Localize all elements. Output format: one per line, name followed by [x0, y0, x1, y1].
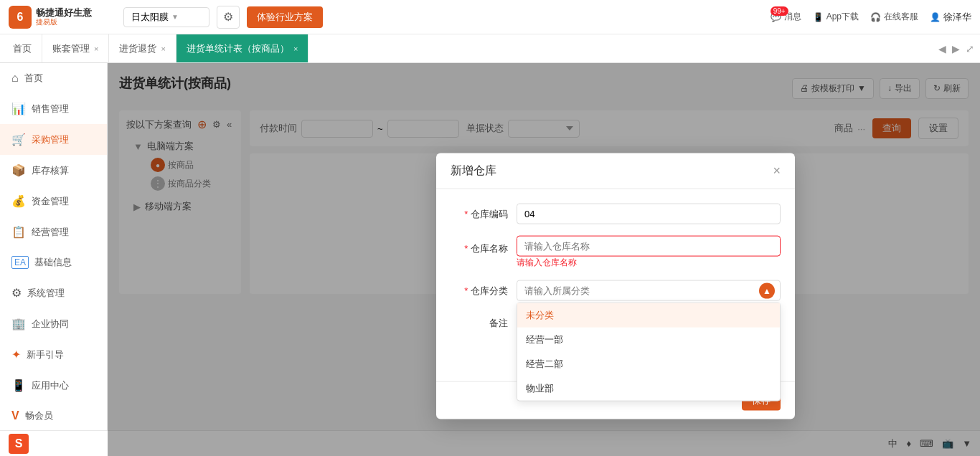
purchase-icon: 🛒	[11, 133, 26, 146]
store-selector[interactable]: 日太阳膜 ▼	[123, 7, 209, 27]
code-input[interactable]	[517, 204, 781, 224]
sidebar-item-finance-label: 资金管理	[32, 195, 69, 208]
tab-account-close-icon[interactable]: ×	[94, 44, 98, 53]
service-label: 在线客服	[884, 11, 918, 23]
sidebar-item-inventory[interactable]: 📦 库存核算	[0, 155, 107, 186]
form-row-name: 仓库名称 请输入仓库名称	[451, 236, 781, 269]
tab-prev-icon[interactable]: ◀	[938, 43, 946, 54]
sidebar-item-purchase[interactable]: 🛒 采购管理	[0, 124, 107, 155]
tab-nav-actions: ◀ ▶ ⤢	[933, 34, 980, 62]
settings-button[interactable]: ⚙	[217, 6, 240, 29]
tab-purchase-return-close-icon[interactable]: ×	[161, 44, 165, 53]
sidebar-item-sales-label: 销售管理	[32, 103, 69, 115]
message-badge: 99+	[771, 6, 788, 16]
tab-home[interactable]: 首页	[3, 34, 42, 62]
store-name: 日太阳膜	[131, 11, 169, 24]
form-row-category: 仓库分类 ▲ 未分类 经营一部 经营二部 物业部	[451, 280, 781, 301]
sidebar-item-ops-label: 经营管理	[32, 226, 69, 239]
home-icon: ⌂	[11, 72, 19, 85]
name-input[interactable]	[517, 236, 781, 257]
add-warehouse-modal: 新增仓库 × 仓库编码 仓库名称 请输入仓库名称	[436, 153, 795, 419]
header-right: 💬 99+ 消息 📱 App下载 🎧 在线客服 👤 徐泽华	[771, 11, 971, 24]
dropdown-arrow-icon[interactable]: ▲	[759, 282, 775, 298]
logo-icon: 6	[9, 6, 32, 29]
user-name: 徐泽华	[943, 11, 971, 24]
bottom-logo: S	[9, 434, 29, 454]
user-action[interactable]: 👤 徐泽华	[930, 11, 971, 24]
sidebar-item-apps-label: 应用中心	[32, 379, 69, 392]
main-layout: ⌂ 首页 📊 销售管理 🛒 采购管理 📦 库存核算 💰 资金管理 📋 经营管理 …	[0, 63, 980, 456]
category-input[interactable]	[517, 280, 781, 301]
dropdown-option-dept1[interactable]: 经营一部	[517, 328, 780, 352]
sidebar-item-sales[interactable]: 📊 销售管理	[0, 93, 107, 124]
sidebar: ⌂ 首页 📊 销售管理 🛒 采购管理 📦 库存核算 💰 资金管理 📋 经营管理 …	[0, 63, 108, 456]
sidebar-item-guide-label: 新手引导	[27, 348, 64, 361]
sidebar-item-system-label: 系统管理	[27, 287, 65, 300]
dropdown-option-dept3[interactable]: 物业部	[517, 376, 780, 401]
category-label: 仓库分类	[451, 280, 508, 298]
enterprise-icon: 🏢	[11, 317, 26, 331]
dropdown-list: 未分类 经营一部 经营二部 物业部	[517, 303, 781, 402]
top-header: 6 畅捷通好生意 捷易版 日太阳膜 ▼ ⚙ 体验行业方案 💬 99+ 消息 📱 …	[0, 0, 980, 34]
guide-icon: ✦	[11, 348, 21, 361]
sidebar-item-apps[interactable]: 📱 应用中心	[0, 370, 107, 401]
name-error-msg: 请输入仓库名称	[517, 257, 577, 267]
sidebar-item-home-label: 首页	[24, 72, 43, 85]
note-label: 备注	[451, 313, 508, 330]
tab-expand-icon[interactable]: ⤢	[966, 43, 974, 54]
app-icon: 📱	[813, 12, 824, 22]
trial-button[interactable]: 体验行业方案	[247, 6, 323, 28]
tab-home-label: 首页	[13, 42, 32, 55]
ops-icon: 📋	[11, 225, 26, 239]
modal-body: 仓库编码 仓库名称 请输入仓库名称 仓库分类	[436, 189, 795, 381]
tab-purchase-return[interactable]: 进货退货 ×	[109, 34, 176, 62]
modal-header: 新增仓库 ×	[436, 153, 795, 189]
modal-close-button[interactable]: ×	[773, 163, 781, 179]
apps-icon: 📱	[11, 379, 26, 392]
tab-bar: 首页 账套管理 × 进货退货 × 进货单统计表（按商品） × ◀ ▶ ⤢	[0, 34, 980, 63]
sidebar-item-home[interactable]: ⌂ 首页	[0, 63, 107, 93]
sidebar-item-guide[interactable]: ✦ 新手引导	[0, 339, 107, 370]
sidebar-item-ops[interactable]: 📋 经营管理	[0, 217, 107, 247]
modal-title: 新增仓库	[451, 163, 496, 179]
code-label: 仓库编码	[451, 204, 508, 221]
sidebar-item-enterprise[interactable]: 🏢 企业协同	[0, 308, 107, 339]
bottom-s-logo: S	[9, 434, 29, 454]
logo-main-text: 畅捷通好生意	[36, 7, 92, 19]
tab-purchase-stat[interactable]: 进货单统计表（按商品） ×	[176, 34, 308, 62]
tab-account[interactable]: 账套管理 ×	[42, 34, 109, 62]
tab-purchase-stat-close-icon[interactable]: ×	[293, 44, 298, 53]
inventory-icon: 📦	[11, 163, 26, 177]
user-avatar-icon: 👤	[930, 12, 941, 22]
vip-icon: V	[11, 409, 19, 422]
form-row-code: 仓库编码	[451, 204, 781, 224]
sidebar-item-vip[interactable]: V 畅会员	[0, 401, 107, 431]
sidebar-item-basic-label: 基础信息	[34, 256, 72, 269]
service-icon: 🎧	[870, 12, 881, 22]
sidebar-item-purchase-label: 采购管理	[32, 133, 69, 146]
tab-next-icon[interactable]: ▶	[952, 43, 960, 54]
dropdown-option-uncategorized[interactable]: 未分类	[517, 303, 780, 328]
tab-purchase-stat-label: 进货单统计表（按商品）	[187, 42, 289, 55]
finance-icon: 💰	[11, 194, 26, 208]
online-service-action[interactable]: 🎧 在线客服	[870, 11, 918, 23]
sidebar-item-inventory-label: 库存核算	[32, 164, 69, 177]
sidebar-item-enterprise-label: 企业协同	[32, 318, 69, 331]
app-label: App下载	[826, 11, 859, 23]
gear-icon: ⚙	[223, 10, 233, 24]
name-label: 仓库名称	[451, 237, 508, 255]
tab-account-label: 账套管理	[52, 42, 90, 55]
app-download-action[interactable]: 📱 App下载	[813, 11, 859, 23]
tab-purchase-return-label: 进货退货	[119, 42, 156, 55]
message-action[interactable]: 💬 99+ 消息	[771, 11, 801, 23]
sidebar-item-finance[interactable]: 💰 资金管理	[0, 186, 107, 217]
sidebar-item-basic[interactable]: EA 基础信息	[0, 247, 107, 277]
store-chevron-icon: ▼	[171, 13, 179, 21]
system-icon: ⚙	[11, 286, 22, 300]
basic-icon: EA	[11, 256, 29, 269]
logo-area: 6 畅捷通好生意 捷易版	[9, 6, 116, 29]
sidebar-item-vip-label: 畅会员	[25, 409, 53, 422]
sidebar-item-system[interactable]: ⚙ 系统管理	[0, 277, 107, 308]
dropdown-option-dept2[interactable]: 经营二部	[517, 352, 780, 376]
logo-sub-text: 捷易版	[36, 18, 92, 27]
